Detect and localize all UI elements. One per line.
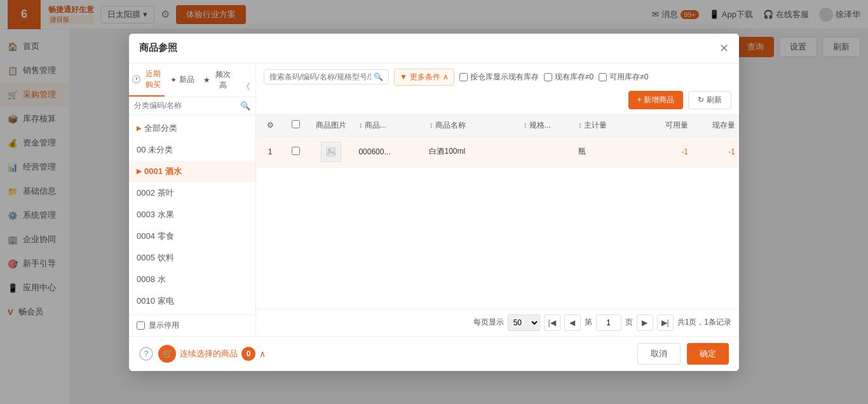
filter-chevron-icon: ∧ bbox=[443, 72, 449, 81]
checkbox-stock-label[interactable]: 按仓库显示现有库存 bbox=[459, 72, 539, 83]
cat-item-0004[interactable]: 0004 零食 bbox=[129, 226, 255, 247]
row-avail: -1 bbox=[629, 136, 692, 167]
add-product-btn[interactable]: + 新增商品 bbox=[628, 91, 683, 109]
footer-cart: 🛒 连续选择的商品 0 ∧ bbox=[158, 345, 266, 363]
col-spec-header: ↕ 规格... bbox=[520, 115, 574, 137]
col-check-header bbox=[284, 115, 308, 137]
total-info: 共1页，1条记录 bbox=[677, 317, 731, 328]
modal-close-btn[interactable]: ✕ bbox=[719, 41, 729, 55]
toolbar-right: + 新增商品 ↻ 刷新 bbox=[628, 91, 731, 109]
show-disabled-checkbox[interactable] bbox=[137, 321, 145, 330]
show-disabled-label[interactable]: 显示停用 bbox=[149, 320, 179, 331]
row-unit: 瓶 bbox=[574, 136, 629, 167]
product-img bbox=[321, 142, 341, 162]
chevron-up-icon[interactable]: ∧ bbox=[259, 349, 266, 359]
first-page-btn[interactable]: |◀ bbox=[544, 314, 560, 331]
settings-icon[interactable]: ⚙ bbox=[267, 121, 274, 130]
recent-icon: 🕐 bbox=[132, 75, 141, 84]
refresh-btn[interactable]: ↻ 刷新 bbox=[688, 91, 731, 109]
arrow-icon-0001: ▶ bbox=[137, 168, 142, 175]
cat-search-icon[interactable]: 🔍 bbox=[240, 101, 250, 111]
checkbox-available[interactable] bbox=[544, 73, 552, 81]
last-page-btn[interactable]: ▶| bbox=[657, 314, 674, 331]
sort-icon-name: ↕ bbox=[429, 121, 433, 130]
select-all-checkbox[interactable] bbox=[292, 120, 300, 128]
tab-recent[interactable]: 🕐 近期购买 bbox=[129, 64, 165, 97]
pagination: 每页显示 50 100 |◀ ◀ 第 页 ▶ ▶| 共1页，1条记录 bbox=[256, 309, 739, 336]
new-icon: ✦ bbox=[170, 76, 177, 84]
col-avail-header: 可用量 bbox=[629, 115, 692, 137]
cat-item-0001[interactable]: ▶ 0001 酒水 bbox=[129, 161, 255, 182]
svg-point-1 bbox=[328, 149, 330, 151]
cancel-btn[interactable]: 取消 bbox=[637, 343, 681, 365]
col-settings: ⚙ bbox=[256, 115, 284, 137]
col-stock-header: 现存量 bbox=[692, 115, 739, 137]
cat-item-0010[interactable]: 0010 家电 bbox=[129, 290, 255, 312]
cart-icon: 🛒 bbox=[158, 345, 176, 363]
filter-icon: ▼ bbox=[400, 72, 407, 81]
checkbox-available-label[interactable]: 现有库存≠0 bbox=[544, 72, 593, 83]
modal-footer: ? 🛒 连续选择的商品 0 ∧ 取消 确定 bbox=[129, 336, 739, 371]
sort-icon-unit: ↕ bbox=[578, 121, 582, 130]
prev-page-btn[interactable]: ◀ bbox=[564, 314, 581, 331]
category-tabs: 🕐 近期购买 ✦ 新品 ★ 频次高 《 bbox=[129, 64, 255, 97]
cat-list: ▶ 全部分类 00 未分类 ▶ 0001 酒水 0002 茶叶 0003 水果 bbox=[129, 115, 255, 314]
product-toolbar: 🔍 ▼ 更多条件 ∧ 按仓库显示现有库存 现有库存≠0 bbox=[256, 64, 739, 115]
col-img-header: 商品图片 bbox=[308, 115, 355, 137]
cat-item-all[interactable]: ▶ 全部分类 bbox=[129, 118, 255, 139]
refresh-icon: ↻ bbox=[698, 95, 704, 104]
cat-search-input[interactable] bbox=[134, 101, 238, 110]
row-name: 白酒100ml bbox=[425, 136, 519, 167]
category-panel: 🕐 近期购买 ✦ 新品 ★ 频次高 《 🔍 bbox=[129, 64, 256, 336]
sort-icon-code: ↕ bbox=[358, 121, 362, 130]
filter-btn[interactable]: ▼ 更多条件 ∧ bbox=[394, 69, 454, 86]
cat-item-0005[interactable]: 0005 饮料 bbox=[129, 247, 255, 269]
cat-item-0002[interactable]: 0002 茶叶 bbox=[129, 182, 255, 204]
cat-search: 🔍 bbox=[129, 97, 255, 115]
search-icon[interactable]: 🔍 bbox=[374, 72, 383, 81]
product-search-input[interactable] bbox=[269, 72, 371, 81]
cat-item-0003[interactable]: 0003 水果 bbox=[129, 204, 255, 226]
cat-item-0008[interactable]: 0008 水 bbox=[129, 269, 255, 290]
table-row[interactable]: 1 bbox=[256, 136, 739, 167]
footer-left: ? 🛒 连续选择的商品 0 ∧ bbox=[139, 345, 266, 363]
page-input[interactable] bbox=[596, 314, 621, 331]
img-placeholder-icon bbox=[325, 145, 337, 158]
row-stock: -1 bbox=[692, 136, 739, 167]
col-name-header: ↕ 商品名称 bbox=[425, 115, 519, 137]
modal-overlay: 商品参照 ✕ 🕐 近期购买 ✦ 新品 ★ 频次高 bbox=[0, 0, 868, 404]
checkbox-usable[interactable] bbox=[599, 73, 607, 81]
product-search-box: 🔍 bbox=[264, 69, 389, 84]
star-icon: ★ bbox=[203, 76, 210, 84]
modal-body: 🕐 近期购买 ✦ 新品 ★ 频次高 《 🔍 bbox=[129, 64, 739, 336]
cart-count: 0 bbox=[241, 347, 255, 361]
collapse-btn[interactable]: 《 bbox=[236, 77, 255, 97]
help-icon[interactable]: ? bbox=[139, 347, 153, 361]
row-img-cell bbox=[308, 136, 355, 167]
tab-new[interactable]: ✦ 新品 bbox=[165, 64, 200, 97]
table-header-row: ⚙ 商品图片 ↕ 商品... bbox=[256, 115, 739, 137]
modal-title: 商品参照 bbox=[139, 42, 177, 54]
checkbox-stock[interactable] bbox=[459, 73, 468, 81]
cat-footer: 显示停用 bbox=[129, 314, 255, 336]
row-spec bbox=[520, 136, 574, 167]
product-panel: 🔍 ▼ 更多条件 ∧ 按仓库显示现有库存 现有库存≠0 bbox=[256, 64, 739, 336]
cat-item-00[interactable]: 00 未分类 bbox=[129, 139, 255, 161]
per-page-select[interactable]: 50 100 bbox=[508, 314, 540, 331]
col-code-header: ↕ 商品... bbox=[355, 115, 425, 137]
next-page-btn[interactable]: ▶ bbox=[637, 314, 653, 331]
row-checkbox[interactable] bbox=[292, 147, 300, 155]
product-modal: 商品参照 ✕ 🕐 近期购买 ✦ 新品 ★ 频次高 bbox=[129, 34, 739, 371]
row-code: 000600... bbox=[355, 136, 425, 167]
product-data-table: ⚙ 商品图片 ↕ 商品... bbox=[256, 115, 739, 168]
col-unit-header: ↕ 主计量 bbox=[574, 115, 629, 137]
row-num: 1 bbox=[256, 136, 284, 167]
tab-frequent[interactable]: ★ 频次高 bbox=[201, 64, 236, 97]
product-table: ⚙ 商品图片 ↕ 商品... bbox=[256, 115, 739, 309]
checkbox-usable-label[interactable]: 可用库存≠0 bbox=[599, 72, 648, 83]
confirm-btn[interactable]: 确定 bbox=[687, 343, 729, 365]
arrow-icon-all: ▶ bbox=[137, 125, 142, 131]
footer-right: 取消 确定 bbox=[637, 343, 729, 365]
sort-icon-spec: ↕ bbox=[524, 121, 527, 130]
modal-header: 商品参照 ✕ bbox=[129, 34, 739, 64]
